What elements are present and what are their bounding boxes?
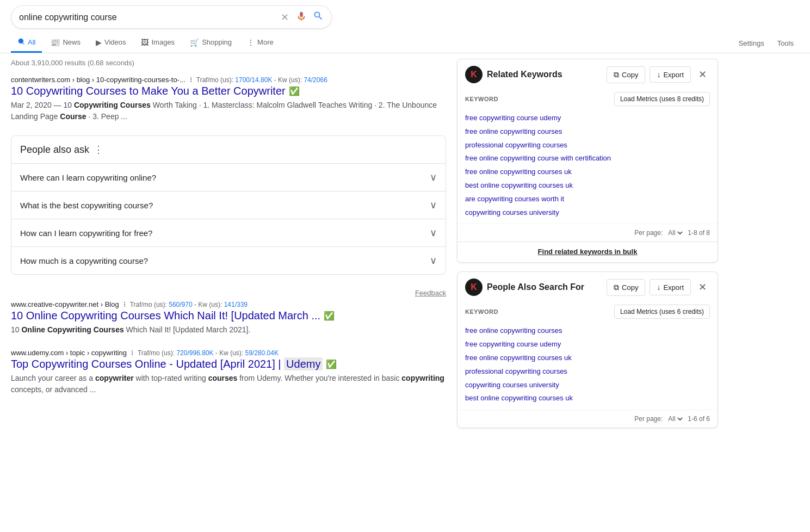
kw-value: 74/2066 [304, 76, 327, 84]
kw-value-3: 59/280.04K [245, 349, 279, 357]
result-title-link-2[interactable]: 10 Online Copywriting Courses Which Nail… [11, 310, 446, 322]
copy-icon: ⧉ [614, 70, 619, 79]
related-keywords-export-button[interactable]: ↓ Export [650, 66, 691, 83]
kw-link-7[interactable]: copywriting courses university [465, 207, 710, 219]
tab-all[interactable]: All [11, 33, 42, 53]
pas-per-page-label: Per page: [634, 415, 663, 423]
paa-chevron-3: ∨ [430, 255, 437, 267]
pas-kw-link-4[interactable]: copywriting courses university [465, 380, 710, 391]
kwfinder-logo: K [465, 66, 483, 83]
kw-link-1[interactable]: free online copywriting courses [465, 126, 710, 138]
paa-item-1[interactable]: What is the best copywriting course? ∨ [11, 191, 446, 219]
result-title-link-3[interactable]: Top Copywriting Courses Online - Updated… [11, 358, 446, 370]
result-snippet-2: 10 Online Copywriting Courses Which Nail… [11, 324, 446, 336]
kw-value-2: 141/339 [224, 301, 248, 308]
tab-news[interactable]: 📰 News [44, 34, 87, 53]
copy-label-2: Copy [622, 283, 638, 292]
kw-link-6[interactable]: are copywriting courses worth it [465, 194, 710, 205]
traf-value-2: 560/970 [169, 301, 192, 308]
clear-icon[interactable]: ✕ [281, 11, 289, 23]
svg-point-0 [18, 39, 23, 44]
result-item-3: www.udemy.com › topic › copywriting ⁝ Tr… [11, 349, 446, 395]
udemy-badge: Udemy [284, 357, 323, 370]
related-keywords-card: K Related Keywords ⧉ Copy ↓ Export ✕ [457, 59, 718, 263]
results-count: About 3,910,000 results (0.68 seconds) [11, 59, 446, 67]
tab-images[interactable]: 🖼 Images [134, 34, 181, 53]
copy-label: Copy [622, 71, 638, 79]
paa-item-3[interactable]: How much is a copywriting course? ∨ [11, 246, 446, 274]
pas-kw-link-0[interactable]: free online copywriting courses [465, 325, 710, 337]
people-also-copy-button[interactable]: ⧉ Copy [607, 279, 645, 296]
result-url-3: www.udemy.com › topic › copywriting [11, 349, 127, 357]
paa-header: People also ask ⋮ [11, 136, 446, 163]
people-also-search-card: K People Also Search For ⧉ Copy ↓ Export… [457, 271, 718, 428]
related-keywords-copy-button[interactable]: ⧉ Copy [607, 66, 645, 83]
tab-shopping[interactable]: 🛒 Shopping [183, 34, 238, 53]
per-page-select[interactable]: All 10 20 [666, 228, 684, 237]
kw-link-0[interactable]: free copywriting course udemy [465, 113, 710, 124]
result-title-text-2: 10 Online Copywriting Courses Which Nail… [11, 310, 320, 322]
videos-icon: ▶ [96, 38, 102, 47]
people-also-footer: Per page: All 10 20 1-6 of 6 [457, 410, 718, 428]
paa-item-2[interactable]: How can I learn copywriting for free? ∨ [11, 219, 446, 246]
pas-kw-link-5[interactable]: best online copywriting courses uk [465, 393, 710, 404]
related-keywords-title: Related Keywords [487, 70, 602, 79]
settings-tab[interactable]: Settings [733, 35, 770, 52]
find-bulk-link[interactable]: Find related keywords in bulk [457, 242, 718, 262]
pas-kw-link-1[interactable]: free copywriting course udemy [465, 339, 710, 350]
traf-value: 1700/14.80K [235, 76, 272, 84]
page-wrapper: ✕ [0, 0, 810, 532]
load-metrics-button[interactable]: Load Metrics (uses 8 credits) [614, 92, 710, 106]
pas-kw-link-3[interactable]: professional copywriting courses [465, 366, 710, 378]
paa-question-2: How can I learn copywriting for free? [20, 228, 152, 238]
people-also-search-title: People Also Search For [487, 282, 602, 292]
result-title-text: 10 Copywriting Courses to Make You a Bet… [11, 85, 286, 97]
people-also-load-metrics-button[interactable]: Load Metrics (uses 6 credits) [614, 305, 710, 319]
tab-nav: All 📰 News ▶ Videos 🖼 Images 🛒 Shopping … [0, 29, 810, 53]
kwfinder-logo-2: K [465, 279, 483, 296]
people-also-search-header: K People Also Search For ⧉ Copy ↓ Export… [457, 272, 718, 302]
result-title-link[interactable]: 10 Copywriting Courses to Make You a Bet… [11, 85, 446, 97]
kw-link-4[interactable]: free online copywriting courses uk [465, 166, 710, 178]
kw-link-5[interactable]: best online copywriting courses uk [465, 180, 710, 191]
feedback-row: Feedback [11, 286, 446, 300]
paa-chevron-0: ∨ [430, 171, 437, 183]
tools-tab[interactable]: Tools [772, 35, 799, 52]
result-item: contentwriters.com › blog › 10-copywriti… [11, 76, 446, 122]
result-metrics-2: Traf/mo (us): 560/970 - Kw (us): 141/339 [130, 301, 248, 308]
tab-videos-label: Videos [104, 38, 126, 46]
people-also-col-header-row: KEYWORD Load Metrics (uses 6 credits) [465, 305, 710, 319]
related-keywords-close-button[interactable]: ✕ [695, 67, 710, 82]
result-sep-3: ⁝ [131, 349, 133, 357]
feedback-label[interactable]: Feedback [415, 289, 446, 297]
result-url-2: www.creative-copywriter.net › Blog [11, 300, 119, 308]
result-url-row-2: www.creative-copywriter.net › Blog ⁝ Tra… [11, 300, 446, 308]
pas-kw-link-2[interactable]: free online copywriting courses uk [465, 352, 710, 364]
search-submit-icon[interactable] [313, 10, 324, 24]
result-url: contentwriters.com › blog › 10-copywriti… [11, 76, 186, 84]
search-box: ✕ [11, 5, 332, 29]
related-keywords-footer: Per page: All 10 20 1-8 of 8 [457, 224, 718, 242]
related-keywords-header: K Related Keywords ⧉ Copy ↓ Export ✕ [457, 59, 718, 90]
search-input[interactable] [19, 13, 281, 22]
people-also-close-button[interactable]: ✕ [695, 280, 710, 294]
result-snippet-3: Launch your career as a copywriter with … [11, 373, 446, 395]
main-content: About 3,910,000 results (0.68 seconds) c… [0, 53, 810, 532]
people-also-export-button[interactable]: ↓ Export [650, 279, 691, 295]
kw-link-2[interactable]: professional copywriting courses [465, 140, 710, 151]
tab-news-label: News [63, 38, 81, 46]
paa-question-0: Where can I learn copywriting online? [20, 173, 156, 182]
shopping-icon: 🛒 [190, 38, 199, 47]
tab-more[interactable]: ⋮ More [240, 34, 280, 53]
pas-count-label: 1-6 of 6 [688, 415, 710, 423]
related-keywords-col-header-row: KEYWORD Load Metrics (uses 8 credits) [465, 92, 710, 106]
pas-per-page-select[interactable]: All 10 20 [666, 415, 684, 423]
count-label: 1-8 of 8 [688, 229, 710, 237]
verified-icon-3: ✅ [326, 359, 337, 369]
paa-item-0[interactable]: Where can I learn copywriting online? ∨ [11, 163, 446, 191]
mic-icon[interactable] [295, 10, 307, 24]
tab-videos[interactable]: ▶ Videos [89, 34, 133, 53]
paa-menu-icon[interactable]: ⋮ [94, 144, 103, 156]
kw-link-3[interactable]: free online copywriting course with cert… [465, 153, 710, 164]
result-sep-2: ⁝ [123, 300, 126, 308]
